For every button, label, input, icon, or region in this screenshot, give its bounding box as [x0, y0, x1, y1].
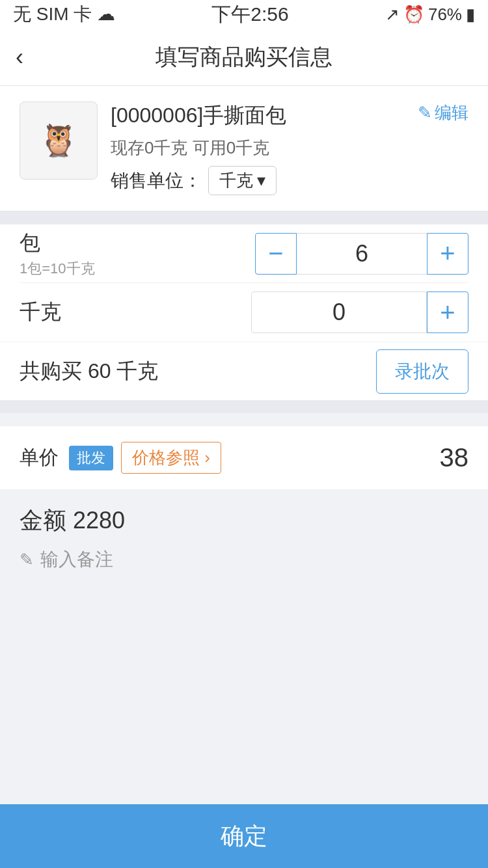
- kg-quantity-input[interactable]: [251, 292, 427, 333]
- kg-label-main: 千克: [20, 298, 124, 327]
- product-name: [0000006]手撕面包: [111, 102, 468, 130]
- page-title: 填写商品购买信息: [156, 42, 332, 72]
- kg-label: 千克: [20, 298, 124, 327]
- purchase-total-label: 共购买 60 千克: [20, 357, 376, 386]
- unit-value: 千克: [219, 169, 253, 192]
- bao-quantity-input[interactable]: [297, 233, 427, 275]
- bao-label-sub: 1包=10千克: [20, 259, 124, 278]
- product-info: [0000006]手撕面包 现存0千克 可用0千克 销售单位： 千克 ▾: [111, 102, 468, 195]
- purchase-total-row: 共购买 60 千克 录批次: [0, 342, 488, 400]
- product-image-icon: 🦉: [39, 122, 78, 159]
- unit-select[interactable]: 千克 ▾: [208, 166, 277, 195]
- edit-icon: ✎: [418, 103, 432, 123]
- status-bar: 无 SIM 卡 ☁ 下午2:56 ↗ ⏰ 76% ▮: [0, 0, 488, 29]
- edit-label: 编辑: [435, 102, 468, 124]
- pencil-icon: ✎: [20, 550, 34, 570]
- nav-bar: ‹ 填写商品购买信息: [0, 29, 488, 86]
- bao-input-row: 包 1包=10千克 − +: [20, 224, 468, 283]
- product-stock: 现存0千克 可用0千克: [111, 137, 468, 159]
- amount-section: 金额 2280 ✎ 输入备注: [0, 489, 488, 582]
- kg-input-row: 千克 +: [20, 283, 468, 342]
- batch-button[interactable]: 录批次: [376, 349, 468, 394]
- unit-label: 销售单位：: [111, 169, 202, 193]
- price-ref-label: 价格参照 ›: [132, 446, 210, 469]
- battery-label: 76%: [428, 5, 462, 25]
- location-icon: ↗: [385, 5, 400, 25]
- status-time: 下午2:56: [211, 1, 288, 28]
- battery-icon: ▮: [466, 5, 475, 25]
- price-label: 单价: [20, 444, 59, 471]
- status-right: ↗ ⏰ 76% ▮: [385, 5, 475, 25]
- unit-dropdown-icon: ▾: [257, 170, 265, 191]
- price-reference-button[interactable]: 价格参照 ›: [121, 442, 221, 474]
- bao-increment-button[interactable]: +: [427, 233, 468, 275]
- bao-decrement-button[interactable]: −: [255, 233, 297, 275]
- amount-label: 金额 2280: [20, 505, 468, 537]
- status-left: 无 SIM 卡 ☁: [13, 2, 115, 27]
- edit-button[interactable]: ✎ 编辑: [418, 102, 468, 124]
- alarm-icon: ⏰: [403, 5, 424, 25]
- product-card: 🦉 [0000006]手撕面包 现存0千克 可用0千克 销售单位： 千克 ▾ ✎…: [0, 86, 488, 211]
- price-section: 单价 批发 价格参照 › 38: [0, 426, 488, 489]
- sim-label: 无 SIM 卡 ☁: [13, 2, 115, 27]
- price-value: 38: [221, 443, 468, 472]
- product-thumbnail: 🦉: [20, 102, 98, 180]
- kg-increment-button[interactable]: +: [427, 292, 468, 333]
- bao-label: 包 1包=10千克: [20, 229, 124, 278]
- confirm-button[interactable]: 确定: [221, 821, 267, 852]
- section-gap-1: [0, 211, 488, 224]
- price-type-tag: 批发: [69, 446, 113, 470]
- bao-control: − +: [124, 233, 468, 275]
- product-unit-row: 销售单位： 千克 ▾: [111, 166, 468, 195]
- bao-label-main: 包: [20, 229, 124, 258]
- input-section: 包 1包=10千克 − + 千克 +: [0, 224, 488, 342]
- kg-control: +: [124, 292, 468, 333]
- back-button[interactable]: ‹: [16, 44, 23, 71]
- confirm-bar[interactable]: 确定: [0, 804, 488, 868]
- remark-placeholder: 输入备注: [40, 547, 113, 572]
- remark-row[interactable]: ✎ 输入备注: [20, 547, 468, 572]
- section-gap-2: [0, 400, 488, 413]
